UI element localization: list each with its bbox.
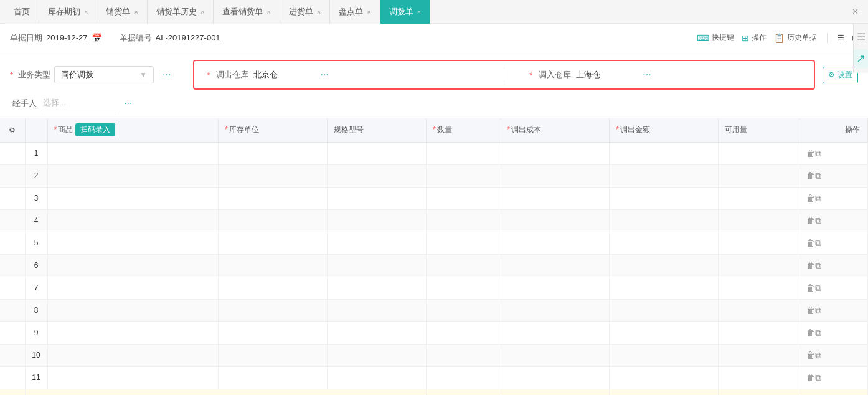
tab-stocktake[interactable]: 盘点单 × [330,0,380,24]
delete-row-2-icon[interactable]: 🗑 [806,171,815,181]
table-row: 9 🗑⧉ [0,321,868,344]
delete-row-6-icon[interactable]: 🗑 [806,260,815,270]
right-panel: ☰ ↗ [853,24,868,73]
tab-purchase[interactable]: 进货单 × [280,0,330,24]
person-row: 经手人 选择... ··· [10,96,858,110]
tab-close-sales-order[interactable]: × [134,8,138,16]
tab-close-inventory-init[interactable]: × [84,8,88,16]
warehouse-box: * 调出仓库 北京仓 ··· * 调入仓库 上海仓 ··· [193,60,815,90]
delete-row-4-icon[interactable]: 🗑 [806,216,815,226]
table-row: 3 🗑⧉ [0,187,868,209]
tab-sales-order[interactable]: 销货单 × [97,0,147,24]
biz-type-chevron-icon: ▼ [139,70,147,79]
history-icon: 📋 [774,33,785,43]
tab-close-view-sales[interactable]: × [267,8,270,16]
operations-button[interactable]: ⊞ 操作 [742,32,767,43]
table-row: 5 🗑⧉ [0,232,868,254]
warehouse-out-more-icon[interactable]: ··· [320,69,328,80]
scan-input-button[interactable]: 扫码录入 [75,123,115,136]
copy-row-7-icon[interactable]: ⧉ [815,283,821,293]
table-row: 10 🗑⧉ [0,344,868,366]
th-product: *商品 扫码录入 [47,118,219,142]
right-panel-list-icon[interactable]: ☰ [854,29,868,45]
th-amount: *调出金额 [610,118,719,142]
toolbar-left: 单据日期 2019-12-27 📅 单据编号 AL-20191227-001 [10,32,697,44]
operations-icon: ⊞ [742,33,749,43]
delete-row-1-icon[interactable]: 🗑 [806,148,815,158]
settings-gear-icon: ⚙ [828,70,835,79]
form-row-main: * 业务类型 同价调拨 ▼ ··· * 调出仓库 北京仓 ··· * [10,60,858,90]
table-row: 2 🗑⧉ [0,164,868,187]
calendar-icon[interactable]: 📅 [92,33,102,43]
th-no [25,118,47,142]
person-select[interactable]: 选择... [40,96,115,110]
toolbar-right: ⌨ 快捷键 ⊞ 操作 📋 历史单据 ☰ ⊞ [697,32,858,43]
copy-row-9-icon[interactable]: ⧉ [815,328,821,338]
th-spec: 规格型号 [327,118,426,142]
th-gear[interactable]: ⚙ [0,118,25,142]
layout-list-button[interactable]: ☰ [837,34,844,42]
table-row: 7 🗑⧉ [0,277,868,299]
delete-row-9-icon[interactable]: 🗑 [806,328,815,338]
tab-close-sales-history[interactable]: × [200,8,204,16]
delete-row-8-icon[interactable]: 🗑 [806,305,815,315]
tab-transfer[interactable]: 调拨单 × [380,0,430,24]
subtotal-cost: 0.00 [501,389,610,395]
copy-row-4-icon[interactable]: ⧉ [815,216,821,226]
table-wrapper: ⚙ *商品 扫码录入 *库存单位 规格型号 *数量 *调出成本 *调出金额 可用… [0,118,868,395]
shortcuts-button[interactable]: ⌨ 快捷键 [697,32,734,43]
tab-close-stocktake[interactable]: × [367,8,370,16]
copy-row-10-icon[interactable]: ⧉ [815,350,821,360]
subtotal-row: 小计 0.00 0.00 0.00 🗑⧉ [0,389,868,395]
table-row: 4 🗑⧉ [0,209,868,232]
copy-row-6-icon[interactable]: ⧉ [815,260,821,270]
table-row: 1 🗑⧉ [0,142,868,164]
copy-row-11-icon[interactable]: ⧉ [815,373,821,383]
th-cost: *调出成本 [501,118,610,142]
warehouse-in-field: * 调入仓库 上海仓 ··· [529,69,801,80]
delete-row-11-icon[interactable]: 🗑 [806,373,815,383]
form-area: * 业务类型 同价调拨 ▼ ··· * 调出仓库 北京仓 ··· * [0,52,868,118]
tab-bar: 首页 库存期初 × 销货单 × 销货单历史 × 查看销货单 × 进货单 × 盘点… [0,0,868,24]
th-ops: 操作 [800,118,868,142]
biz-type-select[interactable]: 同价调拨 ▼ [54,66,154,83]
table-row: 6 🗑⧉ [0,254,868,277]
delete-row-3-icon[interactable]: 🗑 [806,193,815,203]
warehouse-in-more-icon[interactable]: ··· [643,69,651,80]
tab-close-purchase[interactable]: × [317,8,321,16]
window-close-button[interactable]: × [847,6,863,17]
th-available: 可用量 [718,118,800,142]
person-more-icon[interactable]: ··· [124,98,132,109]
data-table: ⚙ *商品 扫码录入 *库存单位 规格型号 *数量 *调出成本 *调出金额 可用… [0,118,868,395]
doc-date-field: 单据日期 2019-12-27 📅 [10,32,102,44]
copy-row-5-icon[interactable]: ⧉ [815,238,821,248]
tab-sales-history[interactable]: 销货单历史 × [148,0,214,24]
tab-view-sales[interactable]: 查看销货单 × [214,0,280,24]
toolbar: 单据日期 2019-12-27 📅 单据编号 AL-20191227-001 ⌨… [0,24,868,52]
copy-row-3-icon[interactable]: ⧉ [815,193,821,203]
right-panel-export-icon[interactable]: ↗ [854,49,868,68]
history-button[interactable]: 📋 历史单据 [774,32,817,43]
warehouse-divider [504,67,504,82]
tab-home[interactable]: 首页 [5,0,39,24]
subtotal-label: 小计 [25,389,427,395]
gear-icon[interactable]: ⚙ [9,126,16,135]
tab-inventory-init[interactable]: 库存期初 × [39,0,97,24]
biz-type-more-icon[interactable]: ··· [163,69,171,80]
copy-row-1-icon[interactable]: ⧉ [815,148,821,158]
toolbar-divider [827,33,828,43]
delete-row-7-icon[interactable]: 🗑 [806,283,815,293]
copy-row-2-icon[interactable]: ⧉ [815,171,821,181]
biz-type-field: * 业务类型 同价调拨 ▼ ··· [10,66,171,83]
layout-list-icon: ☰ [837,34,844,42]
th-unit: *库存单位 [219,118,328,142]
delete-row-10-icon[interactable]: 🗑 [806,350,815,360]
tab-close-transfer[interactable]: × [417,8,421,16]
table-row: 11 🗑⧉ [0,366,868,389]
doc-no-field: 单据编号 AL-20191227-001 [120,32,220,44]
delete-row-5-icon[interactable]: 🗑 [806,238,815,248]
subtotal-amount: 0.00 [610,389,719,395]
copy-row-8-icon[interactable]: ⧉ [815,305,821,315]
shortcuts-icon: ⌨ [697,33,709,43]
warehouse-out-field: * 调出仓库 北京仓 ··· [207,69,479,80]
